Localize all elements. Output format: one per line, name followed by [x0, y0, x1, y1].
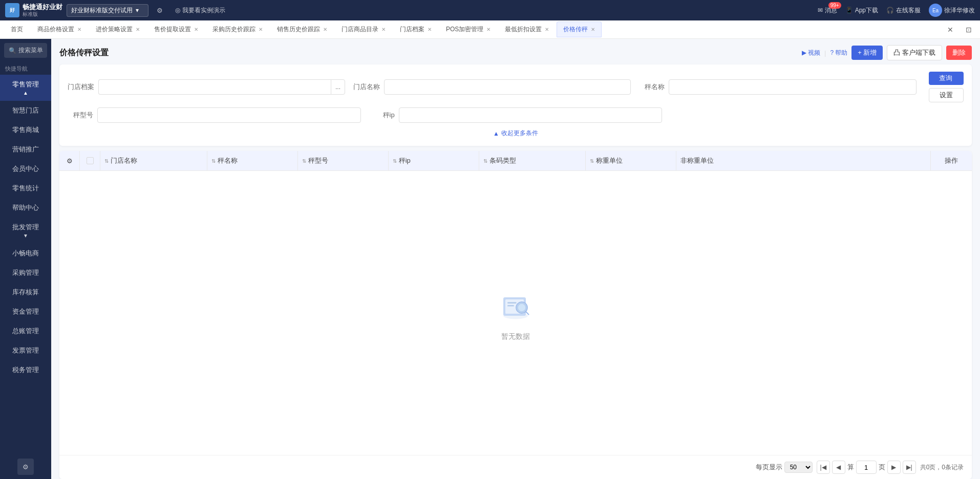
- per-page-dropdown[interactable]: 50 10 20 100: [784, 462, 813, 473]
- svg-rect-6: [507, 302, 517, 303]
- tab-min-discount[interactable]: 最低折扣设置 ✕: [498, 21, 556, 37]
- page-header: 价格传秤设置 ▶ 视频 | ? 帮助 + 新增 凸 客户端下载 删除: [51, 39, 980, 64]
- page-unit: 页: [879, 463, 885, 472]
- form-row-1: 门店档案 ... 门店名称 秤名称 查询: [68, 72, 964, 102]
- add-button[interactable]: + 新增: [851, 46, 883, 60]
- th-scale-name: ⇅ 秤名称: [207, 151, 298, 170]
- select-all-checkbox[interactable]: [87, 157, 94, 164]
- sidebar-item-ecommerce[interactable]: 小畅电商: [0, 244, 51, 263]
- th-scale-model: ⇅ 秤型号: [298, 151, 389, 170]
- close-icon[interactable]: ✕: [381, 27, 386, 32]
- store-name-input[interactable]: [384, 79, 631, 95]
- sidebar-item-member[interactable]: 会员中心: [0, 159, 51, 179]
- message-btn[interactable]: ✉ 消息 99+: [818, 6, 837, 15]
- sidebar-item-marketing[interactable]: 营销推广: [0, 140, 51, 159]
- sidebar-item-finance[interactable]: 资金管理: [0, 302, 51, 321]
- ecommerce-label: 小畅电商: [12, 249, 39, 258]
- logo-icon: 好: [5, 3, 19, 17]
- online-service-btn[interactable]: 🎧 在线客服: [886, 6, 921, 15]
- th-store-name: ⇅ 门店名称: [100, 151, 207, 170]
- logo-sub: 标准版: [23, 11, 62, 17]
- close-icon[interactable]: ✕: [323, 27, 327, 32]
- sidebar-item-invoice[interactable]: 发票管理: [0, 341, 51, 360]
- tab-maximize-btn[interactable]: ⊡: [962, 23, 976, 37]
- query-button[interactable]: 查询: [929, 72, 964, 85]
- user-area[interactable]: Ea 徐泽华修改: [929, 4, 975, 17]
- sidebar-item-retail-mall[interactable]: 零售商城: [0, 120, 51, 140]
- next-page-btn[interactable]: ▶: [887, 461, 901, 474]
- form-row-2: 秤型号 秤ip: [68, 107, 964, 123]
- search-menu-btn[interactable]: 🔍 搜索菜单: [4, 43, 47, 58]
- tab-sale-extract[interactable]: 售价提取设置 ✕: [147, 21, 205, 37]
- app-download-btn[interactable]: 📱 App下载: [845, 6, 878, 15]
- scale-ip-input[interactable]: [399, 107, 663, 123]
- close-icon[interactable]: ✕: [591, 27, 595, 32]
- tab-bar-right: ✕ ⊡: [943, 23, 976, 37]
- sort-icon: ⇅: [393, 158, 397, 164]
- close-icon[interactable]: ✕: [77, 27, 81, 32]
- tab-price-scale[interactable]: 价格传秤 ✕: [557, 21, 602, 37]
- sidebar-item-purchase[interactable]: 采购管理: [0, 263, 51, 282]
- store-archive-input[interactable]: [98, 79, 331, 95]
- tab-sales-history[interactable]: 销售历史价跟踪 ✕: [270, 21, 334, 37]
- tab-store-catalog[interactable]: 门店商品目录 ✕: [335, 21, 392, 37]
- tab-goods-price[interactable]: 商品价格设置 ✕: [31, 21, 88, 37]
- th-settings[interactable]: ⚙: [59, 151, 80, 170]
- close-icon[interactable]: ✕: [486, 27, 491, 32]
- wholesale-label: 批发管理: [12, 223, 39, 232]
- prev-page-btn[interactable]: ◀: [832, 461, 845, 474]
- tab-purchase-strategy[interactable]: 进价策略设置 ✕: [89, 21, 146, 37]
- tab-store-archive[interactable]: 门店档案 ✕: [393, 21, 438, 37]
- scale-model-input[interactable]: [97, 107, 361, 123]
- chevron-down-icon: ▾: [136, 7, 139, 14]
- close-icon[interactable]: ✕: [136, 27, 140, 32]
- tab-close-btn[interactable]: ✕: [943, 23, 957, 37]
- tab-pos[interactable]: POS加密管理 ✕: [439, 21, 497, 37]
- tab-purchase-history[interactable]: 采购历史价跟踪 ✕: [206, 21, 269, 37]
- sidebar-settings-btn[interactable]: ⚙: [17, 459, 34, 475]
- close-icon[interactable]: ✕: [545, 27, 549, 32]
- empty-state: 暂无数据: [495, 285, 536, 341]
- collapse-btn[interactable]: ▲ 收起更多条件: [489, 128, 542, 139]
- logo-text: 畅捷通好业财 标准版: [23, 3, 62, 17]
- delete-button[interactable]: 删除: [946, 46, 972, 60]
- question-icon: ?: [830, 49, 834, 56]
- page-number-input[interactable]: [856, 461, 877, 474]
- scale-ip-label: 秤ip: [369, 111, 395, 120]
- th-checkbox[interactable]: [80, 151, 100, 170]
- th-action: 操作: [931, 151, 972, 170]
- sidebar-item-retail[interactable]: 零售管理 ▲: [0, 75, 51, 101]
- sidebar-item-wholesale[interactable]: 批发管理 ▼: [0, 217, 51, 244]
- close-icon[interactable]: ✕: [428, 27, 432, 32]
- sidebar-item-general-ledger[interactable]: 总账管理: [0, 321, 51, 341]
- chevron-up-icon: ▲: [493, 130, 499, 137]
- headset-icon: 🎧: [886, 7, 894, 14]
- last-page-btn[interactable]: ▶|: [903, 461, 916, 474]
- close-icon[interactable]: ✕: [194, 27, 198, 32]
- settings-icon-btn[interactable]: ⚙: [153, 3, 167, 17]
- sidebar-item-tax[interactable]: 税务管理: [0, 360, 51, 380]
- user-name: 徐泽华修改: [944, 6, 975, 15]
- scale-name-input[interactable]: [669, 79, 917, 95]
- video-link[interactable]: ▶ 视频: [802, 49, 820, 57]
- settings-button[interactable]: 设置: [929, 88, 964, 102]
- help-link[interactable]: ? 帮助: [830, 49, 847, 57]
- version-select[interactable]: 好业财标准版交付试用 ▾: [67, 4, 148, 17]
- sort-icon: ⇅: [590, 158, 594, 164]
- demo-btn[interactable]: ◎ 我要看实例演示: [171, 4, 229, 17]
- sidebar-item-retail-stats[interactable]: 零售统计: [0, 179, 51, 198]
- retail-label: 零售管理: [12, 80, 39, 89]
- search-menu-label: 搜索菜单: [18, 46, 43, 55]
- tab-home[interactable]: 首页: [4, 21, 30, 37]
- finance-label: 资金管理: [12, 307, 39, 316]
- sidebar-item-inventory[interactable]: 库存核算: [0, 282, 51, 302]
- sidebar-item-help[interactable]: 帮助中心: [0, 198, 51, 217]
- close-icon[interactable]: ✕: [259, 27, 263, 32]
- retail-mall-label: 零售商城: [12, 125, 39, 135]
- sidebar-item-smart-store[interactable]: 智慧门店: [0, 101, 51, 120]
- first-page-btn[interactable]: |◀: [817, 461, 830, 474]
- store-archive-more-btn[interactable]: ...: [331, 79, 345, 95]
- download-btn[interactable]: 凸 客户端下载: [887, 45, 942, 60]
- sort-icon: ⇅: [104, 158, 109, 164]
- th-weight-unit: ⇅ 称重单位: [586, 151, 676, 170]
